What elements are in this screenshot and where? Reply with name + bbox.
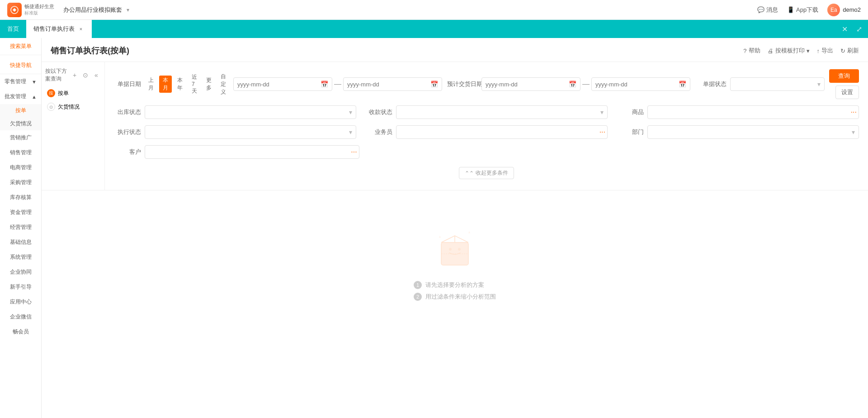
sidebar-item-system[interactable]: 系统管理 [0, 250, 41, 265]
date-end-input[interactable] [344, 81, 427, 88]
tab-sales-execution[interactable]: 销售订单执行表 × [26, 20, 92, 38]
help-button[interactable]: ? 帮助 [743, 47, 760, 55]
filter-field-salesperson: 业务员 ··· [365, 125, 608, 139]
product-dots-icon[interactable]: ··· [849, 108, 859, 116]
collapse-label: 收起更多条件 [476, 169, 508, 177]
salesperson-input[interactable] [396, 129, 598, 136]
collapse-plan-button[interactable]: « [92, 71, 101, 80]
payment-status-label: 收款状态 [365, 108, 392, 116]
sidebar-item-purchase[interactable]: 采购管理 [0, 175, 41, 190]
customer-input[interactable] [145, 149, 349, 156]
module-dropdown-arrow[interactable]: ▾ [127, 7, 129, 13]
avatar: Ea [827, 4, 840, 16]
sidebar-item-finance[interactable]: 资金管理 [0, 205, 41, 220]
quick-本年[interactable]: 本年 [174, 76, 186, 93]
add-plan-button[interactable]: + [70, 71, 79, 80]
sidebar-subitem-按单[interactable]: 按单 [0, 104, 41, 117]
message-button[interactable]: 💬 消息 [757, 6, 778, 14]
user-area[interactable]: Ea demo2 [827, 4, 861, 16]
expected-end-input[interactable] [592, 81, 675, 88]
sidebar-item-wholesale[interactable]: 批发管理 ▲ [0, 89, 41, 104]
window-close-button[interactable]: ✕ [839, 24, 850, 34]
quick-更多[interactable]: 更多 [203, 76, 215, 93]
sidebar-item-member[interactable]: 畅会员 [0, 324, 41, 339]
top-bar: 畅捷通好生意 标准版 办公用品行业模拟账套 ▾ 💬 消息 📱 App下载 Ea … [0, 0, 868, 20]
chevron-down-icon: ▼ [32, 79, 37, 85]
expected-start-input[interactable] [482, 81, 565, 88]
quick-近7天[interactable]: 近7天 [188, 72, 201, 96]
product-input[interactable] [648, 109, 849, 116]
empty-steps: 1 请先选择要分析的方案 2 用过滤条件来缩小分析范围 [414, 281, 496, 301]
help-label: 帮助 [749, 47, 760, 55]
calendar-exp-end-icon[interactable]: 📅 [675, 81, 690, 88]
print-button[interactable]: 🖨 按模板打印 ▾ [768, 47, 810, 55]
sidebar-item-enterprise[interactable]: 企业协同 [0, 265, 41, 280]
edit-plan-button[interactable]: ⊙ [81, 71, 90, 80]
filter-field-customer: 客户 ··· [114, 145, 359, 159]
sidebar-item-basic[interactable]: 基础信息 [0, 235, 41, 250]
sidebar-item-wechat[interactable]: 企业微信 [0, 309, 41, 324]
quick-自定义[interactable]: 自定义 [217, 72, 230, 97]
salesperson-dots-icon[interactable]: ··· [598, 128, 607, 136]
doc-status-arrow-icon[interactable]: ▾ [814, 81, 824, 88]
calendar-start-icon[interactable]: 📅 [317, 81, 332, 88]
sidebar-item-retail[interactable]: 零售管理 ▼ [0, 74, 41, 89]
exec-status-input[interactable] [145, 129, 345, 136]
sidebar-item-ecommerce[interactable]: 电商管理 [0, 160, 41, 175]
tab-home[interactable]: 首页 [0, 20, 26, 38]
sidebar-item-newbie[interactable]: 新手引导 [0, 280, 41, 294]
calendar-exp-start-icon[interactable]: 📅 [565, 81, 580, 88]
plan-按单-label: 按单 [58, 90, 69, 97]
sidebar-item-appstore[interactable]: 应用中心 [0, 294, 41, 309]
filter-plan-actions: + ⊙ « [70, 71, 101, 80]
delivery-status-input[interactable] [145, 109, 345, 116]
doc-status-input[interactable] [731, 81, 814, 88]
salesperson-label: 业务员 [365, 128, 392, 136]
filter-row-1: 单据日期 上月 本月 本年 近7天 更多 自定义 [114, 69, 859, 99]
app-download-label: App下载 [796, 6, 818, 14]
filter-plan-title: 按以下方案查询 + ⊙ « [45, 67, 101, 83]
tab-close-button[interactable]: × [77, 25, 85, 33]
empty-state: 1 请先选择要分析的方案 2 用过滤条件来缩小分析范围 [42, 190, 868, 337]
payment-status-input[interactable] [396, 109, 597, 116]
sidebar-enterprise-label: 企业协同 [10, 268, 32, 276]
delivery-status-arrow[interactable]: ▾ [345, 109, 356, 116]
empty-step2-text: 用过滤条件来缩小分析范围 [425, 293, 496, 301]
window-expand-button[interactable]: ⤢ [854, 24, 864, 34]
quick-上月[interactable]: 上月 [145, 76, 157, 93]
sidebar-newbie-label: 新手引导 [10, 283, 32, 291]
sidebar-finance-label: 资金管理 [10, 209, 32, 216]
step-num-1: 1 [414, 281, 422, 289]
sidebar-search[interactable]: 搜索菜单 [0, 38, 41, 55]
step-num-2: 2 [414, 293, 422, 301]
date-start-input[interactable] [234, 81, 317, 88]
sidebar-nav-label[interactable]: 快捷导航 [0, 58, 41, 71]
search-button[interactable]: 查询 [829, 69, 859, 83]
sidebar-member-label: 畅会员 [13, 328, 29, 336]
logo-text: 畅捷通好生意 [24, 3, 54, 10]
calendar-end-icon[interactable]: 📅 [427, 81, 442, 88]
sidebar-item-sales[interactable]: 销售管理 [0, 145, 41, 160]
export-button[interactable]: ↑ 导出 [817, 47, 834, 55]
sidebar-item-marketing[interactable]: 营销推广 [0, 130, 41, 145]
exec-status-arrow[interactable]: ▾ [345, 128, 356, 136]
quick-本月[interactable]: 本月 [159, 76, 172, 93]
sidebar-item-inventory[interactable]: 库存核算 [0, 190, 41, 205]
dept-input[interactable] [648, 129, 848, 136]
sidebar-basic-label: 基础信息 [10, 238, 32, 246]
main-layout: 搜索菜单 快捷导航 零售管理 ▼ 批发管理 ▲ 按单 欠货情况 营销推广 销售管… [0, 38, 868, 418]
payment-status-arrow[interactable]: ▾ [597, 109, 607, 116]
plan-item-按单[interactable]: 按 按单 [45, 86, 101, 100]
app-download-button[interactable]: 📱 App下载 [787, 6, 818, 14]
sidebar-subitem-欠货情况[interactable]: 欠货情况 [0, 117, 41, 130]
refresh-button[interactable]: ↻ 刷新 [840, 47, 859, 55]
date-range: 📅 — 📅 [233, 77, 442, 91]
collapse-filters-button[interactable]: ⌃⌃ 收起更多条件 [459, 167, 514, 179]
customer-dots-icon[interactable]: ··· [349, 148, 359, 156]
plan-item-欠货情况[interactable]: ⊙ 欠货情况 [45, 100, 101, 114]
filter-field-doc-status: 单据状态 ▾ [699, 77, 825, 91]
sidebar-item-operation[interactable]: 经营管理 [0, 220, 41, 235]
settings-button[interactable]: 设置 [835, 86, 859, 99]
filter-plan-title-text: 按以下方案查询 [45, 67, 70, 83]
dept-arrow[interactable]: ▾ [848, 128, 859, 136]
